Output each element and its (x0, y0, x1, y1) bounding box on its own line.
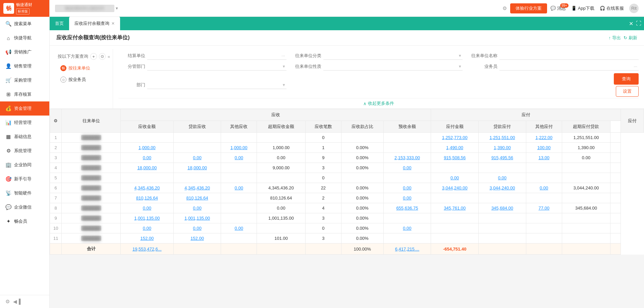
filter-settings-btn[interactable]: ⊙ (99, 53, 106, 60)
amount-link[interactable]: 0.00 (403, 165, 411, 170)
partner-name: ██████ (62, 143, 121, 153)
sidebar-item-quicknav[interactable]: ⌂ 快捷导航 (0, 31, 49, 45)
filter-panel-bysales[interactable]: ⊙ 按业务员 (55, 74, 113, 85)
amount-link[interactable]: 655,636.75 (396, 206, 418, 211)
amount-link[interactable]: 810,126.64 (136, 195, 158, 201)
topbar-app-download[interactable]: 📱 App下载 (571, 5, 594, 11)
amount-link[interactable]: 152.00 (191, 236, 204, 241)
sidebar-item-enterprise[interactable]: 🏢 企业协同 (0, 158, 49, 172)
amount-link[interactable]: 0.00 (540, 185, 548, 190)
amount-link[interactable]: 18,000.00 (187, 165, 207, 170)
amount-link[interactable]: 0.00 (193, 155, 201, 160)
ap-amount (431, 223, 479, 233)
member-icon: ✦ (5, 218, 11, 224)
salesperson-input[interactable]: ··· (499, 62, 639, 71)
amount-link[interactable]: 0.00 (193, 226, 201, 231)
amount-link[interactable]: 3,044,240.00 (489, 185, 515, 190)
ar-advance: 0.00 (383, 163, 431, 173)
sidebar-item-system[interactable]: ⚙ 系统管理 (0, 144, 49, 158)
sidebar-item-base[interactable]: ▦ 基础信息 (0, 130, 49, 144)
filter-collapse-left-btn[interactable]: « (108, 54, 110, 59)
amount-link[interactable]: 0.00 (450, 175, 459, 180)
sidebar-item-member[interactable]: ✦ 畅会员 (0, 214, 49, 228)
table-container[interactable]: ⚙ 往来单位 应收 应付 应付 应收金额 贷款应收 其他应收 超期应收金额 应收… (50, 109, 644, 308)
tabbar-expand-btn[interactable]: ⛶ (636, 20, 641, 27)
amount-link[interactable]: 1,001,135.00 (134, 216, 160, 221)
tab-home[interactable]: 首页 (50, 17, 69, 30)
amount-link[interactable]: 1,252,773.00 (442, 135, 468, 140)
topbar-online-service[interactable]: 🎧 在线客服 (600, 5, 624, 11)
amount-link[interactable]: 2,153,333.00 (394, 155, 420, 160)
amount-link[interactable]: 4,345,436.20 (134, 185, 160, 190)
amount-link[interactable]: 345,684.00 (491, 206, 513, 211)
amount-link[interactable]: 810,126.64 (186, 195, 208, 201)
amount-link[interactable]: 0.00 (143, 155, 151, 160)
sidebar-item-sales[interactable]: 👤 销售管理 (0, 59, 49, 73)
filter-label: 按以下方案查询 (58, 53, 88, 59)
dept-input[interactable]: ▾ (147, 81, 286, 89)
sidebar-item-finance[interactable]: 💰 资金管理 (0, 101, 49, 116)
filter-add-btn[interactable]: + (90, 53, 97, 60)
sidebar-item-purchase[interactable]: 🛒 采购管理 (0, 73, 49, 87)
amount-link[interactable]: 100.00 (537, 145, 551, 150)
export-btn[interactable]: ↑ 导出 (609, 35, 621, 41)
ar-overdue (257, 173, 306, 183)
settings-button[interactable]: 设置 (616, 86, 639, 97)
filter-collapse-bar[interactable]: ∧ 收起更多条件 (118, 98, 639, 108)
amount-link[interactable]: 4,345,436.20 (184, 185, 210, 190)
amount-link[interactable]: 0.00 (235, 155, 243, 160)
sidebar-settings-btn[interactable]: ⚙ (5, 299, 10, 305)
amount-link[interactable]: 915,495.56 (491, 155, 513, 160)
sidebar-item-marketing[interactable]: 📢 营销推广 (0, 45, 49, 59)
amount-link[interactable]: 1,390.00 (494, 145, 511, 150)
sidebar-item-search[interactable]: 🔍 搜索菜单 (0, 17, 49, 31)
amount-link[interactable]: 0.00 (403, 185, 411, 190)
sidebar-collapse-btn[interactable]: ◀▐ (13, 299, 21, 305)
sidebar-item-wechat[interactable]: 💬 企业微信 (0, 200, 49, 214)
amount-link[interactable]: 1,251,551.00 (489, 135, 515, 140)
query-button[interactable]: 查询 (614, 73, 639, 85)
amount-link[interactable]: 915,508.56 (444, 155, 466, 160)
topbar-gear-icon[interactable]: ⚙ (502, 5, 507, 11)
tabbar-close-btn[interactable]: ✕ (629, 20, 633, 27)
amount-link[interactable]: 0.00 (235, 226, 243, 231)
amount-link[interactable]: 0.00 (235, 185, 243, 190)
topbar-user-avatar[interactable]: Rit (629, 4, 639, 13)
amount-link[interactable]: 3,044,240.00 (442, 185, 468, 190)
amount-link[interactable]: 0.00 (143, 206, 151, 211)
amount-link[interactable]: 345,761.00 (444, 206, 466, 211)
sidebar-item-inventory[interactable]: ⊞ 库存核算 (0, 87, 49, 101)
unit-name-input[interactable] (499, 52, 639, 60)
amount-link[interactable]: 1,000.00 (230, 145, 248, 150)
amount-link[interactable]: 152.00 (140, 236, 154, 241)
amount-link[interactable]: 1,001,135.00 (184, 216, 210, 221)
amount-link[interactable]: 0.00 (403, 226, 411, 231)
amount-link[interactable]: 13.00 (538, 155, 549, 160)
amount-link[interactable]: 0.00 (143, 226, 151, 231)
sidebar-item-management[interactable]: 📊 经营管理 (0, 116, 49, 130)
unit-nature-input[interactable]: ▾ (323, 62, 463, 71)
ar-overdue: 9,000.00 (257, 163, 306, 173)
topbar-messages[interactable]: 💬 消息 99+ (550, 5, 566, 11)
amount-link[interactable]: 1,000.00 (139, 145, 156, 150)
settlement-unit-input[interactable]: ··· (147, 52, 286, 60)
amount-link[interactable]: 0.00 (498, 175, 506, 180)
department-input[interactable]: ▾ (147, 62, 286, 71)
amount-link[interactable]: 77.00 (538, 206, 549, 211)
partner-name: ██████ (62, 203, 121, 213)
trial-btn[interactable]: 体验行业方案 (510, 3, 547, 13)
amount-link[interactable]: 0.00 (193, 206, 201, 211)
amount-link[interactable]: 0.00 (403, 195, 411, 201)
amount-link[interactable]: 1,222.00 (535, 135, 552, 140)
amount-link[interactable]: 1,490.00 (446, 145, 463, 150)
amount-link[interactable]: 18,000.00 (137, 165, 157, 170)
tab-arquery[interactable]: 应收应付余额查询 ✕ (69, 17, 120, 30)
sidebar-item-hardware[interactable]: 📡 智能硬件 (0, 186, 49, 200)
enterprise-icon: 🏢 (5, 162, 11, 168)
unit-category-input[interactable]: ▾ (323, 52, 463, 60)
th-settings[interactable]: ⚙ (50, 109, 62, 133)
sidebar-item-guide[interactable]: 🎯 新手引导 (0, 172, 49, 186)
filter-panel-byunit[interactable]: 畅 按往来单位 (55, 62, 113, 74)
tab-close-icon[interactable]: ✕ (111, 21, 115, 26)
refresh-btn[interactable]: ↻ 刷新 (624, 35, 637, 41)
